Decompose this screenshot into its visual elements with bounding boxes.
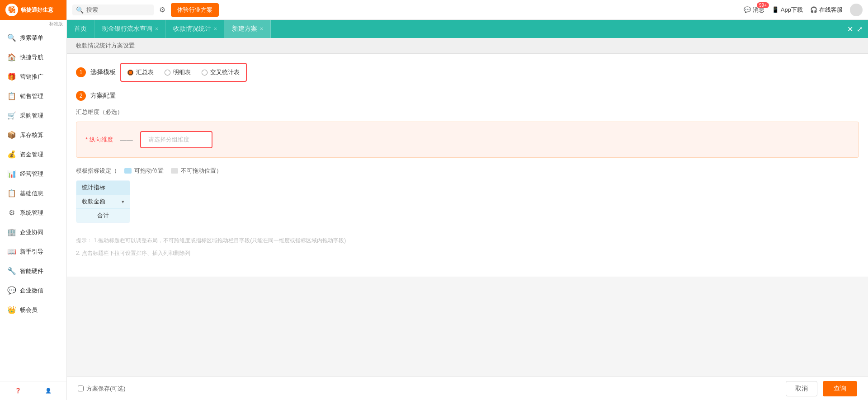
template-summary-label: 汇总表 (136, 68, 154, 76)
template-detail[interactable]: 明细表 (165, 68, 191, 76)
search-menu-icon: 🔍 (7, 33, 16, 42)
tab-new-plan[interactable]: 新建方案 × (225, 20, 271, 38)
gear-icon: ⚙ (7, 208, 16, 217)
sidebar-item-label: 营销推广 (20, 73, 43, 81)
dimension-area: 纵向维度 —— 请选择分组维度 (76, 122, 859, 158)
sidebar-item-member[interactable]: 👑 畅会员 (0, 300, 66, 320)
query-button[interactable]: 查询 (823, 381, 857, 396)
sidebar-item-operation[interactable]: 📊 经营管理 (0, 164, 66, 184)
sidebar-item-sales[interactable]: 📋 销售管理 (0, 86, 66, 106)
sidebar-item-label: 搜索菜单 (20, 34, 43, 42)
tab-bank-flow-label: 现金银行流水查询 (102, 25, 152, 33)
tips-section: 提示： 1.拖动标题栏可以调整布局，不可跨维度或指标区域拖动栏目字段(只能在同一… (76, 235, 859, 259)
template-detail-radio[interactable] (165, 70, 170, 75)
online-service-label: 在线客服 (819, 6, 843, 14)
metrics-config-label: 模板指标设定（ (76, 167, 117, 175)
legend-draggable: 可拖动位置 (124, 167, 164, 175)
close-bank-flow-icon[interactable]: × (155, 26, 158, 32)
metrics-table-header: 统计指标 (76, 181, 130, 194)
template-detail-label: 明细表 (173, 68, 191, 76)
sidebar-item-newbie[interactable]: 📖 新手引导 (0, 242, 66, 261)
sidebar-item-system[interactable]: ⚙ 系统管理 (0, 203, 66, 222)
topbar-right: 💬 消息 99+ 📱 App下载 🎧 在线客服 (744, 4, 863, 16)
search-input[interactable] (86, 6, 141, 13)
sidebar-item-label: 库存核算 (20, 131, 43, 139)
cancel-button[interactable]: 取消 (786, 381, 817, 396)
non-draggable-legend-label: 不可拖动位置） (181, 167, 222, 175)
close-collection-icon[interactable]: × (214, 26, 217, 32)
metric-row-0[interactable]: 收款金额 ▾ (76, 194, 130, 208)
sidebar-item-quick-nav[interactable]: 🏠 快捷导航 (0, 47, 66, 67)
sidebar-item-label: 新手引导 (20, 248, 43, 256)
sidebar-item-basic[interactable]: 📋 基础信息 (0, 184, 66, 203)
online-service-btn[interactable]: 🎧 在线客服 (810, 6, 843, 14)
notification-badge: 99+ (757, 2, 769, 8)
sidebar-item-label: 经营管理 (20, 170, 43, 178)
sidebar-item-inventory[interactable]: 📦 库存核算 (0, 125, 66, 145)
dimension-select[interactable]: 请选择分组维度 (140, 131, 212, 148)
money-icon: 💰 (7, 150, 16, 159)
sidebar-item-label: 资金管理 (20, 151, 43, 159)
draggable-legend-label: 可拖动位置 (134, 167, 164, 175)
app-icon: 📱 (772, 6, 779, 13)
sidebar-item-finance[interactable]: 💰 资金管理 (0, 145, 66, 164)
tip-1: 提示： 1.拖动标题栏可以调整布局，不可跨维度或指标区域拖动栏目字段(只能在同一… (76, 235, 859, 246)
sidebar: 畅 畅捷通好生意 标准版 🔍 搜索菜单 🏠 快捷导航 🎁 营销推广 📋 销售管理… (0, 0, 67, 400)
search-box[interactable]: 🔍 (72, 5, 154, 15)
legend-non-draggable: 不可拖动位置） (171, 167, 222, 175)
tabbar: 首页 现金银行流水查询 × 收款情况统计 × 新建方案 × ✕ ⤢ (67, 20, 868, 38)
template-cross-radio[interactable] (202, 70, 208, 75)
metrics-config: 模板指标设定（ 可拖动位置 不可拖动位置） 统计指标 (76, 167, 859, 224)
page-header: 收款情况统计方案设置 (67, 38, 868, 54)
service-icon: 🎧 (810, 6, 817, 13)
template-summary-radio[interactable] (127, 70, 133, 75)
sidebar-badge: 标准版 (0, 20, 66, 28)
tab-collection-stats[interactable]: 收款情况统计 × (166, 20, 225, 38)
hardware-icon: 🔧 (7, 267, 16, 275)
sidebar-item-label: 快捷导航 (20, 53, 43, 61)
page-content: 收款情况统计方案设置 1 选择模板 汇总表 明细表 (67, 38, 868, 400)
tip-2: 2. 点击标题栏下拉可设置排序、插入列和删除列 (76, 248, 859, 259)
dimension-row: 纵向维度 —— 请选择分组维度 (85, 131, 849, 148)
save-label: 方案保存(可选) (86, 385, 126, 393)
metric-label: 收款金额 (82, 198, 105, 206)
step2-title: 方案配置 (90, 92, 116, 100)
page-header-text: 收款情况统计方案设置 (76, 42, 135, 49)
sidebar-item-label: 系统管理 (20, 209, 43, 217)
sidebar-item-smart[interactable]: 🔧 智能硬件 (0, 261, 66, 281)
tab-collection-label: 收款情况统计 (173, 25, 211, 33)
notification-btn[interactable]: 💬 消息 99+ (744, 6, 764, 14)
notification-icon: 💬 (744, 6, 751, 13)
help-btn[interactable]: ❓ (4, 385, 33, 396)
app-download-btn[interactable]: 📱 App下载 (772, 6, 803, 14)
step2-circle: 2 (76, 91, 86, 101)
sidebar-bottom: ❓ 👤 (0, 381, 66, 400)
metric-dropdown-icon[interactable]: ▾ (122, 199, 124, 205)
industry-btn[interactable]: 体验行业方案 (171, 3, 219, 17)
chart-icon: 📊 (7, 169, 16, 178)
sidebar-item-purchase[interactable]: 🛒 采购管理 (0, 106, 66, 125)
template-summary[interactable]: 汇总表 (127, 68, 154, 76)
close-new-plan-icon[interactable]: × (260, 26, 263, 32)
tab-bank-flow[interactable]: 现金银行流水查询 × (94, 20, 166, 38)
sidebar-item-enterprise[interactable]: 🏢 企业协同 (0, 222, 66, 242)
settings-icon[interactable]: ⚙ (159, 5, 165, 14)
sidebar-item-wechat[interactable]: 💬 企业微信 (0, 281, 66, 300)
sidebar-item-label: 企业协同 (20, 228, 43, 236)
topbar: 🔍 ⚙ 体验行业方案 💬 消息 99+ 📱 App下载 🎧 在线客服 (67, 0, 868, 20)
template-cross[interactable]: 交叉统计表 (202, 68, 240, 76)
step1-header: 1 选择模板 汇总表 明细表 交叉统计表 (76, 63, 859, 82)
metrics-table: 统计指标 收款金额 ▾ 合计 (76, 180, 130, 223)
user-btn[interactable]: 👤 (34, 385, 63, 396)
footer-save: 方案保存(可选) (78, 385, 126, 393)
user-avatar[interactable] (850, 4, 863, 16)
tab-home[interactable]: 首页 (67, 20, 94, 38)
tab-new-plan-label: 新建方案 (232, 25, 257, 33)
save-checkbox[interactable] (78, 386, 84, 391)
sidebar-item-marketing[interactable]: 🎁 营销推广 (0, 67, 66, 86)
step2-header: 2 方案配置 (76, 91, 859, 101)
maximize-icon[interactable]: ⤢ (857, 25, 863, 33)
sidebar-item-search-menu[interactable]: 🔍 搜索菜单 (0, 28, 66, 47)
book-icon: 📖 (7, 247, 16, 256)
close-window-icon[interactable]: ✕ (847, 25, 853, 33)
